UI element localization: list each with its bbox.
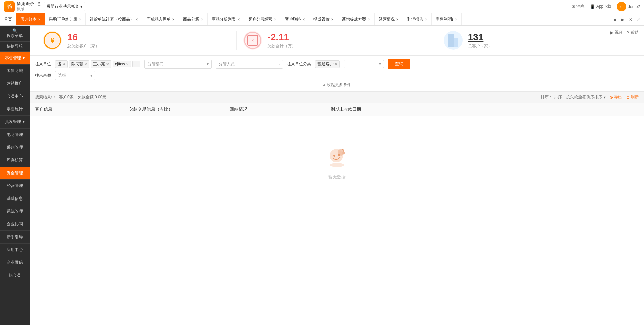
tab-goods-analysis-list[interactable]: 商品分析列表 ✕	[208, 13, 244, 26]
sidebar-item-retail-stats[interactable]: 零售统计	[0, 103, 30, 116]
stat-icon-customers: ¥	[43, 31, 62, 50]
filter-tag-more[interactable]: ...	[132, 61, 140, 67]
tab-retail-profit[interactable]: 零售利润( ✕	[432, 13, 462, 26]
tab-customer-segment[interactable]: 客户分层经营 ✕	[244, 13, 281, 26]
sidebar-item-system[interactable]: 系统管理	[0, 205, 30, 218]
tab-profit-report[interactable]: 利润报告 ✕	[403, 13, 432, 26]
sidebar-item-enterprise-label: 企业协同	[7, 222, 23, 226]
balance-filter-select[interactable]: 选择... ▾	[55, 71, 95, 80]
logo-area: 畅 畅捷通好生意 标版	[4, 1, 41, 12]
sidebar-item-marketing[interactable]: 营销推广	[0, 77, 30, 90]
sidebar-item-retail-management[interactable]: 零售管理 ▾	[0, 52, 30, 65]
tab-customers[interactable]: 客户账本 ✕	[16, 13, 45, 26]
sidebar-search-label: 搜索菜单	[2, 33, 28, 39]
unit-category-select[interactable]: ▾	[344, 60, 384, 68]
help-button[interactable]: ? 帮助	[627, 30, 639, 35]
tab-customer-segment-label: 客户分层经营	[248, 16, 272, 22]
tab-customers-close[interactable]: ✕	[38, 17, 41, 21]
sidebar-item-finance[interactable]: 资金管理	[0, 167, 30, 180]
tab-purchase-stats-close[interactable]: ✕	[79, 17, 81, 21]
app-download-button[interactable]: 📱 App下载	[590, 4, 611, 9]
query-button[interactable]: 查询	[388, 59, 410, 69]
account-selector[interactable]: 母婴行业演示帐套 ▾	[44, 2, 85, 11]
sidebar-item-retail-management-label: 零售管理	[5, 56, 21, 60]
tab-goods-analysis[interactable]: 商品分析 ✕	[179, 13, 208, 26]
sidebar-quick-nav-label: 快捷导航	[2, 44, 28, 49]
refresh-button[interactable]: ⊙ 刷新	[626, 94, 639, 100]
sidebar-item-ecommerce[interactable]: 电商管理	[0, 129, 30, 141]
building-icon	[448, 34, 458, 47]
person-filter-select[interactable]: 分管人员 ···	[216, 60, 283, 69]
filter-tag-wang-close[interactable]: ✕	[106, 62, 109, 66]
help-label: 帮助	[631, 30, 639, 35]
tab-product-inbound[interactable]: 产成品入库单 ✕	[142, 13, 179, 26]
sidebar-item-wholesale[interactable]: 批发管理 ▾	[0, 116, 30, 129]
tab-product-inbound-close[interactable]: ✕	[172, 17, 175, 21]
svg-point-4	[338, 154, 340, 156]
sort-select[interactable]: 排序： 排序：按欠款金额倒序排序 ▾	[541, 94, 606, 100]
filter-tag-gu-label: 伍	[57, 61, 61, 67]
tab-business-status[interactable]: 经营情况 ✕	[375, 13, 403, 26]
tab-home[interactable]: 首页	[0, 13, 16, 26]
user-menu[interactable]: d demo2	[617, 2, 640, 11]
tab-inbound-stats[interactable]: 进货单统计表（按商品） ✕	[86, 13, 142, 26]
chevron-wholesale-icon: ▾	[23, 119, 25, 124]
tab-customer-link-close[interactable]: ✕	[302, 17, 305, 21]
tab-promotion-settings-label: 提成设置	[313, 16, 330, 22]
sidebar-item-enterprise-wechat-label: 企业微信	[7, 260, 23, 265]
chevron-down-icon: ▾	[80, 4, 82, 9]
filter-tag-chen-close[interactable]: ✕	[84, 62, 87, 66]
stat-info-total: 131 总客户（家）	[468, 32, 492, 49]
sidebar-item-inventory-label: 库存核算	[7, 158, 23, 162]
sidebar-item-vip-member[interactable]: 畅会员	[0, 269, 30, 282]
tab-customer-segment-close[interactable]: ✕	[274, 17, 276, 21]
message-label: 消息	[576, 4, 585, 9]
sidebar-item-purchase[interactable]: 采购管理	[0, 141, 30, 154]
unit-category-chevron: ▾	[379, 62, 381, 66]
filter-tag-normal-customer-close[interactable]: ✕	[335, 62, 337, 66]
filter-tag-cjttcw-close[interactable]: ✕	[126, 62, 129, 66]
sidebar-item-app-center[interactable]: 应用中心	[0, 244, 30, 256]
nav-close-all-button[interactable]: ✕	[627, 15, 635, 24]
sidebar-search[interactable]: 🔍 搜索菜单	[0, 26, 30, 42]
filter-tag-chen-label: 陈民强	[71, 61, 83, 67]
tab-new-promotion-close[interactable]: ✕	[368, 17, 370, 21]
sidebar-item-inventory[interactable]: 库存核算	[0, 154, 30, 167]
sidebar-item-enterprise[interactable]: 企业协同	[0, 218, 30, 231]
tab-goods-analysis-list-close[interactable]: ✕	[237, 17, 240, 21]
sidebar-item-retail-mall[interactable]: 零售商城	[0, 65, 30, 77]
tab-business-status-close[interactable]: ✕	[396, 17, 399, 21]
sidebar-item-member-center[interactable]: 会员中心	[0, 90, 30, 103]
sort-chevron-icon: ▾	[604, 95, 606, 100]
sidebar-item-enterprise-wechat[interactable]: 企业微信	[0, 256, 30, 269]
collapse-button[interactable]: ∧ 收起更多条件	[323, 82, 351, 88]
tab-customer-link[interactable]: 客户联络 ✕	[281, 13, 309, 26]
tab-promotion-settings[interactable]: 提成设置 ✕	[309, 13, 338, 26]
content: ¥ 16 总欠款客户（家） ✕ -2.11 欠款合计（万）	[30, 26, 644, 325]
tab-purchase-stats[interactable]: 采购订单统计表 ✕	[45, 13, 86, 26]
balance-filter-chevron: ▾	[90, 73, 92, 78]
tab-goods-analysis-close[interactable]: ✕	[201, 17, 203, 21]
filter-tag-gu-close[interactable]: ✕	[62, 62, 65, 66]
tab-retail-profit-close[interactable]: ✕	[455, 17, 457, 21]
nav-expand-button[interactable]: ⤢	[635, 15, 643, 24]
sidebar-item-new-guide[interactable]: 新手引导	[0, 231, 30, 244]
export-button[interactable]: ⊙ 导出	[610, 94, 622, 100]
sidebar-item-marketing-label: 营销推广	[7, 81, 23, 86]
sidebar-item-operations[interactable]: 经营管理	[0, 180, 30, 192]
tab-profit-report-label: 利润报告	[407, 16, 423, 22]
tab-new-promotion[interactable]: 新增提成方案 ✕	[338, 13, 375, 26]
video-button[interactable]: ▶ 视频	[610, 30, 623, 35]
total-customers-value: 131	[468, 32, 492, 43]
nav-next-button[interactable]: ▶	[618, 15, 627, 24]
message-button[interactable]: ✉ 消息	[572, 4, 585, 9]
sidebar-quick-nav[interactable]: 快捷导航	[0, 42, 30, 52]
tab-profit-report-close[interactable]: ✕	[425, 17, 427, 21]
sidebar-item-basics[interactable]: 基础信息	[0, 192, 30, 205]
tab-inbound-stats-close[interactable]: ✕	[135, 17, 138, 21]
dept-filter-chevron: ▾	[207, 62, 209, 66]
tab-promotion-settings-close[interactable]: ✕	[331, 17, 334, 21]
nav-prev-button[interactable]: ◀	[610, 15, 618, 24]
empty-icon	[324, 143, 350, 170]
dept-filter-select[interactable]: 分管部门 ▾	[144, 60, 212, 69]
